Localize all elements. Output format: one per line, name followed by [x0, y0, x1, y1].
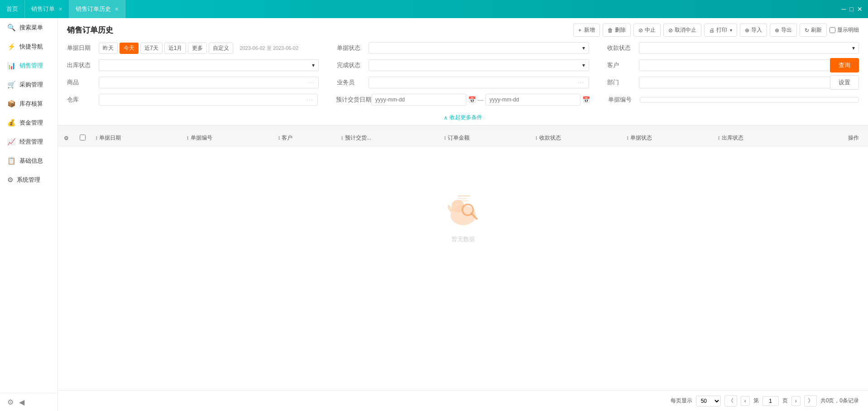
completion-status-select[interactable] [369, 59, 589, 71]
sidebar-item-quick-nav[interactable]: ⚡ 快捷导航 [0, 37, 58, 56]
completion-status-control [369, 59, 589, 71]
page-title: 销售订单历史 [67, 25, 113, 35]
sidebar-item-sales-mgmt[interactable]: 📊 销售管理 [0, 56, 58, 75]
export-button[interactable]: ⊕ 导出 [770, 24, 797, 37]
last-page-btn[interactable]: 》 [804, 395, 817, 406]
total-label: 共0页，0条记录 [820, 397, 859, 405]
filter-row-4: 仓库 ··· 预计交货日期 📅 — 📅 [67, 94, 859, 106]
yesterday-btn[interactable]: 昨天 [99, 43, 118, 54]
delivery-status-chevron-icon [312, 62, 315, 68]
sidebar-item-search-menu[interactable]: 🔍 搜索菜单 [0, 18, 58, 37]
close-btn[interactable]: ✕ [857, 5, 863, 13]
display-toggle-checkbox[interactable] [830, 27, 835, 33]
payment-status-select[interactable] [639, 42, 859, 54]
last7-btn[interactable]: 近7天 [140, 43, 163, 54]
empty-state-illustration [441, 183, 486, 228]
import-button[interactable]: ⊕ 导入 [740, 24, 767, 37]
sidebar-item-sys-mgmt[interactable]: ⚙ 系统管理 [0, 170, 58, 189]
maximize-btn[interactable]: □ [850, 5, 854, 13]
table-header-checkbox[interactable] [74, 130, 91, 146]
new-label: 新增 [584, 26, 595, 34]
search-button[interactable]: 查询 [830, 58, 859, 73]
warehouse-dots: ··· [307, 97, 314, 103]
sidebar-item-base-info[interactable]: 📋 基础信息 [0, 151, 58, 170]
collapse-row[interactable]: ∧ 收起更多条件 [67, 111, 859, 125]
completion-status-chevron-icon [582, 62, 585, 68]
warehouse-select[interactable]: ··· [99, 94, 318, 106]
stop-button[interactable]: ⊘ 中止 [633, 24, 661, 37]
svg-rect-5 [458, 198, 467, 199]
delivery-status-select[interactable] [99, 59, 319, 71]
refresh-button[interactable]: ↻ 刷新 [800, 24, 827, 37]
sidebar-item-operations[interactable]: 📈 经营管理 [0, 132, 58, 151]
goods-label: 商品 [67, 78, 99, 87]
sys-mgmt-icon: ⚙ [7, 176, 13, 184]
select-all-checkbox[interactable] [80, 135, 86, 140]
table-body: 暂无数据 [58, 146, 868, 271]
salesperson-select[interactable]: ··· [369, 77, 589, 88]
th-payment-status-label: ↕ 收款状态 [535, 135, 561, 141]
completion-status-label: 完成状态 [337, 61, 369, 69]
table-header-row: ⚙ ↕ 单据日期 ↕ 单据编号 ↕ 客户 [58, 130, 868, 146]
new-button[interactable]: + 新增 [573, 24, 600, 37]
today-btn[interactable]: 今天 [120, 43, 139, 54]
dash-separator: — [478, 97, 484, 103]
search-buttons: 查询 设置 [830, 58, 859, 90]
department-select[interactable] [639, 77, 859, 88]
order-status-select[interactable] [369, 42, 589, 54]
goods-select[interactable]: ··· [99, 77, 319, 88]
order-number-input[interactable] [640, 97, 859, 102]
page-title-row: 销售订单历史 + 新增 🗑 删除 ⊘ 中止 ⊘ [67, 24, 859, 37]
th-order-status: ↕ 单据状态 [622, 130, 713, 146]
cancel-stop-button[interactable]: ⊘ 取消中止 [663, 24, 701, 37]
finance-icon: 💰 [7, 119, 16, 127]
page-input[interactable] [762, 396, 779, 406]
sidebar-item-purchase-mgmt[interactable]: 🛒 采购管理 [0, 75, 58, 94]
th-delivery-status: ↕ 出库状态 [713, 130, 805, 146]
tab-sales-order[interactable]: 销售订单 ✕ [25, 0, 69, 18]
tab-sales-order-close[interactable]: ✕ [58, 6, 62, 12]
custom-btn[interactable]: 自定义 [209, 43, 233, 54]
settings-button[interactable]: 设置 [830, 75, 859, 90]
svg-rect-6 [458, 200, 469, 202]
minimize-btn[interactable]: ─ [842, 5, 846, 13]
delivery-status-control [99, 59, 319, 71]
sidebar: 🔍 搜索菜单 ⚡ 快捷导航 📊 销售管理 🛒 采购管理 📦 库存核算 💰 资金管… [0, 18, 58, 411]
per-page-select[interactable]: 10 20 50 100 [696, 396, 721, 406]
th-amount: ↕ 订单金额 [439, 130, 531, 146]
inventory-icon: 📦 [7, 100, 16, 108]
print-button[interactable]: 🖨 打印 ▾ [704, 24, 737, 37]
quick-nav-icon: ⚡ [7, 43, 16, 51]
order-number-control [640, 97, 859, 102]
customer-select[interactable]: ··· [639, 59, 859, 71]
tab-sales-order-label: 销售订单 [31, 5, 55, 13]
sidebar-item-finance[interactable]: 💰 资金管理 [0, 113, 58, 132]
estimated-date-from[interactable] [371, 94, 466, 106]
empty-state: 暂无数据 [58, 146, 868, 271]
last-month-btn[interactable]: 近1月 [164, 43, 187, 54]
prev-page-btn[interactable]: ‹ [741, 396, 750, 406]
estimated-date-control: 📅 — 📅 [371, 94, 590, 106]
tab-home[interactable]: 首页 [0, 0, 25, 18]
import-label: 导入 [751, 26, 762, 34]
sidebar-collapse-icon[interactable]: ◀ [19, 398, 24, 406]
next-page-btn[interactable]: › [791, 396, 801, 406]
customer-label: 客户 [607, 61, 639, 69]
sidebar-item-inventory[interactable]: 📦 库存核算 [0, 94, 58, 113]
th-customer: ↕ 客户 [273, 130, 336, 146]
sidebar-bottom: ⚙ ◀ [0, 393, 58, 411]
first-page-btn[interactable]: 《 [724, 395, 737, 406]
gear-icon[interactable]: ⚙ [64, 135, 69, 141]
th-date: ↕ 单据日期 [91, 130, 182, 146]
delete-button[interactable]: 🗑 删除 [603, 24, 631, 37]
tab-sales-order-history[interactable]: 销售订单历史 ✕ [69, 0, 125, 18]
table-header-gear[interactable]: ⚙ [58, 130, 74, 146]
collapse-label: 收起更多条件 [450, 114, 482, 121]
estimated-date-to[interactable] [485, 94, 580, 106]
more-btn[interactable]: 更多 [188, 43, 207, 54]
th-amount-label: ↕ 订单金额 [444, 135, 470, 141]
th-estimated-date-label: ↕ 预计交货... [340, 135, 371, 141]
sidebar-item-search-menu-label: 搜索菜单 [19, 24, 43, 32]
sidebar-settings-icon[interactable]: ⚙ [7, 398, 14, 406]
tab-sales-order-history-close[interactable]: ✕ [115, 6, 119, 12]
